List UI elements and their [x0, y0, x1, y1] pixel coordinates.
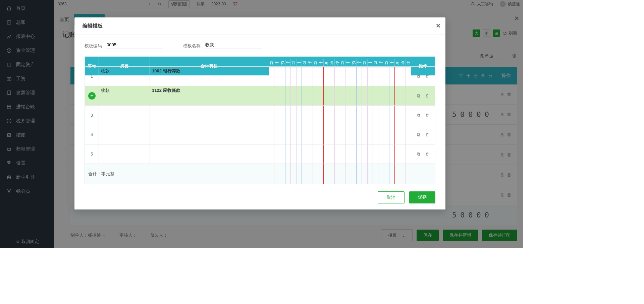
table-row[interactable]: 5 [85, 144, 435, 164]
row-summary[interactable]: 收款 [99, 86, 150, 105]
modal-close-button[interactable]: ✕ [436, 22, 441, 29]
row-credit[interactable] [340, 144, 411, 164]
row-summary[interactable]: 收款 [99, 67, 150, 86]
app-root: 首页 总账 报表中心 资金管理 固定资产 工资 发票管理 进销台账 [0, 0, 523, 248]
row-seq: 1 [91, 74, 93, 79]
row-seq: 4 [91, 132, 93, 137]
table-row[interactable]: 1 收款 1002 银行存款 [85, 66, 435, 86]
template-code-input[interactable] [106, 41, 163, 49]
table-row[interactable]: 3 [85, 105, 435, 125]
table-row[interactable]: ＋ 收款 1122 应收账款 [85, 86, 435, 105]
template-name-input[interactable] [205, 41, 262, 49]
svg-rect-13 [417, 94, 419, 96]
credit-units-row: 百十亿千百十万千百十元角分 [340, 59, 411, 66]
row-credit[interactable] [340, 86, 411, 105]
row-account[interactable] [150, 144, 269, 164]
row-credit[interactable] [340, 125, 411, 144]
row-account[interactable] [150, 125, 269, 144]
row-account[interactable]: 1002 银行存款 [150, 67, 269, 86]
row-debit[interactable] [269, 67, 340, 86]
template-code-label: 模板编码 [85, 43, 102, 49]
row-account[interactable] [150, 106, 269, 125]
delete-row-icon[interactable] [425, 74, 430, 79]
row-debit[interactable] [269, 86, 340, 105]
copy-row-icon[interactable] [416, 74, 421, 79]
svg-rect-14 [418, 114, 420, 116]
svg-rect-16 [418, 134, 420, 136]
row-summary[interactable] [99, 144, 150, 164]
svg-rect-18 [418, 153, 420, 155]
table-total-row: 合计：零元整 [85, 164, 435, 184]
row-debit[interactable] [269, 106, 340, 125]
svg-rect-10 [418, 75, 420, 77]
modal-title: 编辑模板 [83, 23, 103, 29]
svg-rect-15 [417, 114, 419, 116]
template-name-label: 模板名称 [183, 43, 201, 49]
delete-row-icon[interactable] [425, 94, 430, 98]
edit-template-modal: 编辑模板 ✕ 模板编码 模板名称 序号 摘要 会计科目 [74, 17, 445, 209]
add-row-icon[interactable]: ＋ [88, 92, 96, 100]
svg-rect-11 [417, 75, 419, 77]
svg-rect-19 [417, 153, 419, 155]
modal-save-button[interactable]: 保存 [409, 191, 435, 203]
copy-row-icon[interactable] [416, 113, 421, 118]
delete-row-icon[interactable] [425, 113, 430, 118]
copy-row-icon[interactable] [416, 132, 421, 137]
row-account[interactable]: 1122 应收账款 [150, 86, 269, 105]
row-summary[interactable] [99, 125, 150, 144]
delete-row-icon[interactable] [425, 152, 430, 157]
row-summary[interactable] [99, 106, 150, 125]
debit-units-row: 百十亿千百十万千百十元角分 [269, 59, 340, 66]
row-seq: 3 [91, 113, 93, 118]
copy-row-icon[interactable] [416, 94, 421, 98]
row-credit[interactable] [340, 106, 411, 125]
row-debit[interactable] [269, 144, 340, 164]
row-credit[interactable] [340, 67, 411, 86]
delete-row-icon[interactable] [425, 132, 430, 137]
row-debit[interactable] [269, 125, 340, 144]
copy-row-icon[interactable] [416, 152, 421, 157]
svg-rect-12 [418, 95, 420, 97]
template-table: 序号 摘要 会计科目 借方金额 贷方金额 操作 百十亿千百十万千百十元角分 [85, 56, 435, 184]
total-label: 合计：零元整 [85, 164, 269, 184]
table-row[interactable]: 4 [85, 125, 435, 144]
svg-rect-17 [417, 133, 419, 135]
row-seq: 5 [91, 151, 93, 157]
modal-cancel-button[interactable]: 取消 [378, 191, 405, 203]
